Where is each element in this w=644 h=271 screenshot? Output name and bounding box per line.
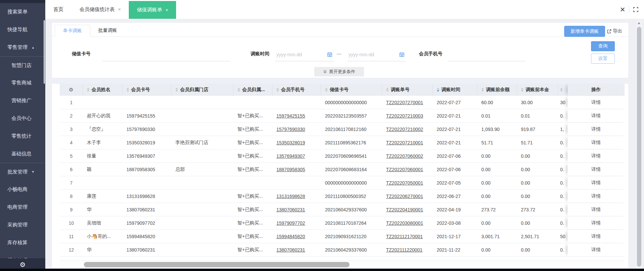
new-adjust-button[interactable]: 新增单卡调账 xyxy=(564,26,605,37)
sort-arrows-icon[interactable] xyxy=(560,88,563,92)
sort-arrows-icon[interactable] xyxy=(126,88,129,92)
sidebar-item-零售管理[interactable]: 零售管理▲ xyxy=(0,39,45,56)
column-header-会员卡号[interactable]: 会员卡号 xyxy=(122,84,171,96)
sort-arrows-icon[interactable] xyxy=(276,88,279,92)
phone-link[interactable]: 13807060231 xyxy=(276,207,305,212)
sidebar-item-快捷导航[interactable]: 快捷导航 xyxy=(0,21,45,39)
order-number-link[interactable]: TZ202207050001 xyxy=(386,180,423,186)
sidebar-item-营销推广[interactable]: 营销推广 xyxy=(0,92,45,110)
column-header-会员手机号[interactable]: 会员手机号 xyxy=(272,84,321,96)
sidebar-item-库存核算[interactable]: 库存核算 xyxy=(0,234,45,252)
settings-button[interactable]: 设置 xyxy=(591,54,615,64)
sidebar-item-零售统计[interactable]: 零售统计 xyxy=(0,127,45,145)
sort-arrows-icon[interactable] xyxy=(437,88,439,92)
order-number-link[interactable]: TZ202111220001 xyxy=(386,247,422,253)
column-header-cut[interactable] xyxy=(558,84,568,96)
scroll-up-arrow-icon[interactable] xyxy=(638,22,640,24)
order-number-link[interactable]: TZ202207210002 xyxy=(386,127,423,132)
order-number-link[interactable]: TZ202207210003 xyxy=(386,113,423,119)
column-header-会员姓名[interactable]: 会员姓名 xyxy=(83,84,122,96)
row-index: 7 xyxy=(70,180,73,186)
detail-link[interactable]: 详情 xyxy=(591,126,601,132)
detail-link[interactable]: 详情 xyxy=(591,113,601,119)
close-window-button[interactable]: × xyxy=(616,0,629,19)
horizontal-scrollbar-track[interactable] xyxy=(60,261,625,268)
calendar-icon[interactable] xyxy=(327,52,332,57)
column-header-储值卡号[interactable]: 储值卡号 xyxy=(321,84,382,96)
top-tab-储值调账单[interactable]: 储值调账单× xyxy=(129,1,176,19)
phone-link[interactable]: 15797690330 xyxy=(276,127,305,132)
order-number-link[interactable]: TZ202112170001 xyxy=(386,234,423,239)
detail-link[interactable]: 详情 xyxy=(591,220,601,226)
calendar-icon[interactable] xyxy=(399,52,405,57)
sidebar-item-会员中心[interactable]: 会员中心 xyxy=(0,110,45,127)
phone-link[interactable]: 18870958305 xyxy=(276,167,305,172)
order-number-link[interactable]: TZ202206270001 xyxy=(386,194,423,199)
sidebar-item-电商管理[interactable]: 电商管理 xyxy=(0,198,45,216)
vertical-scrollbar-thumb[interactable] xyxy=(637,27,641,267)
sort-arrows-icon[interactable] xyxy=(521,88,524,92)
sidebar-item-搜索菜单[interactable]: 搜索菜单 xyxy=(0,3,45,21)
detail-link[interactable]: 详情 xyxy=(591,247,601,253)
detail-link[interactable]: 详情 xyxy=(591,140,601,146)
expand-more-button[interactable]: 展开更多条件 xyxy=(314,67,364,76)
column-header-调账前本金[interactable]: 调账前本金 xyxy=(517,84,558,96)
sidebar-item-零售商城[interactable]: 零售商城 xyxy=(0,74,45,92)
sidebar-item-批发管理[interactable]: 批发管理▼ xyxy=(0,163,45,181)
detail-link[interactable]: 详情 xyxy=(591,233,601,240)
phone-link[interactable]: 13576949307 xyxy=(276,153,305,159)
top-tab-首页[interactable]: 首页 xyxy=(45,0,71,19)
column-header-调账时间[interactable]: 调账时间 xyxy=(433,84,477,96)
phone-link[interactable]: 15994845820 xyxy=(276,234,305,239)
panel-tab-单卡调账[interactable]: 单卡调账 xyxy=(55,25,90,37)
tab-close-icon[interactable]: × xyxy=(165,7,168,13)
tab-close-icon[interactable]: × xyxy=(118,7,121,12)
sidebar-item-小畅电商[interactable]: 小畅电商 xyxy=(0,181,45,198)
sidebar-item-采购管理[interactable]: 采购管理 xyxy=(0,216,45,234)
sort-arrows-icon[interactable] xyxy=(237,88,240,92)
fullscreen-button[interactable] xyxy=(629,0,642,19)
detail-link[interactable]: 详情 xyxy=(591,180,601,186)
detail-link[interactable]: 详情 xyxy=(591,99,601,106)
order-number-link[interactable]: TZ202207270001 xyxy=(386,100,423,105)
order-number-link[interactable]: TZ202203080001 xyxy=(386,220,423,226)
sidebar-item-智慧门店[interactable]: 智慧门店 xyxy=(0,56,45,74)
sidebar-scrollbar[interactable] xyxy=(44,20,45,84)
top-tab-会员储值统计表[interactable]: 会员储值统计表× xyxy=(71,0,129,19)
phone-link[interactable]: 15979097702 xyxy=(276,220,305,226)
order-number-link[interactable]: TZ202207210001 xyxy=(386,140,423,145)
detail-link[interactable]: 详情 xyxy=(591,193,601,199)
column-header-会员归属...[interactable]: 会员归属... xyxy=(233,84,272,96)
date-from-input[interactable]: yyyy-mm-dd xyxy=(275,48,334,61)
phone-link[interactable]: 13807060231 xyxy=(276,247,305,253)
detail-link[interactable]: 详情 xyxy=(591,153,601,159)
sort-arrows-icon[interactable] xyxy=(175,88,178,92)
horizontal-scrollbar-thumb[interactable] xyxy=(84,262,350,267)
sort-arrows-icon[interactable] xyxy=(87,88,90,92)
export-button[interactable]: 导出 xyxy=(607,27,622,35)
sort-arrows-icon[interactable] xyxy=(325,88,328,92)
phone-link[interactable]: 15979425155 xyxy=(276,113,305,119)
order-number-link[interactable]: TZ202207060002 xyxy=(386,153,423,159)
member-phone-input[interactable] xyxy=(448,48,526,61)
query-button[interactable]: 查询 xyxy=(591,41,615,51)
order-number-link[interactable]: TZ202204190001 xyxy=(386,207,423,212)
date-to-input[interactable]: yyyy-mm-dd xyxy=(347,48,406,61)
detail-link[interactable]: 详情 xyxy=(591,207,601,213)
phone-link[interactable]: 15350328019 xyxy=(276,140,305,145)
sort-arrows-icon[interactable] xyxy=(386,88,389,92)
sort-arrows-icon[interactable] xyxy=(481,88,484,92)
stored-card-input[interactable] xyxy=(102,48,230,61)
column-header-idx[interactable]: ⚙ xyxy=(60,84,83,96)
panel-tab-批量调账[interactable]: 批量调账 xyxy=(90,24,125,37)
detail-link[interactable]: 详情 xyxy=(591,166,601,173)
column-header-调账单号[interactable]: 调账单号 xyxy=(382,84,433,96)
phone-link[interactable]: 13131698628 xyxy=(276,194,305,199)
column-settings-gear-icon[interactable]: ⚙ xyxy=(69,87,73,93)
settings-gear-icon[interactable]: ⚙ xyxy=(20,261,26,268)
sidebar-item-基础信息[interactable]: 基础信息 xyxy=(0,145,45,163)
column-header-会员归属门店[interactable]: 会员归属门店 xyxy=(171,84,233,96)
order-number-link[interactable]: TZ202207060001 xyxy=(386,167,423,172)
column-header-调账前余额[interactable]: 调账前余额 xyxy=(477,84,517,96)
vertical-scrollbar[interactable] xyxy=(636,21,642,269)
